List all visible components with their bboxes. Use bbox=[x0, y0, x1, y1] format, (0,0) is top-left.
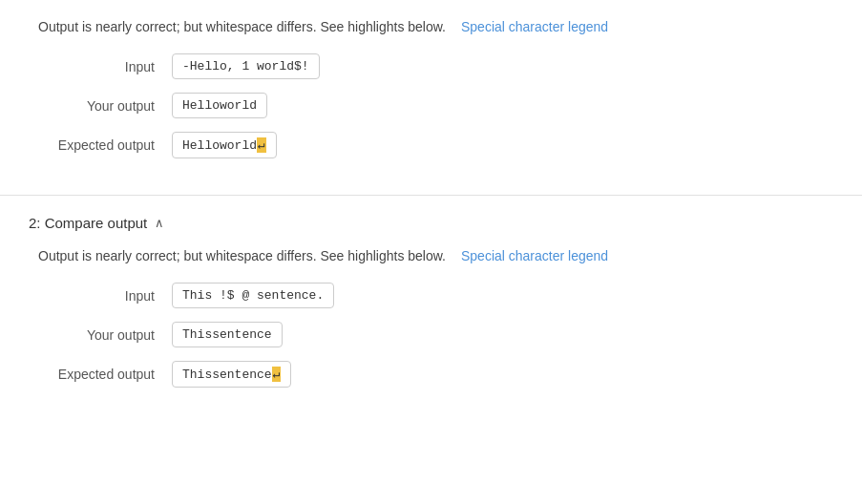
input-label-2: Input bbox=[38, 288, 172, 304]
expected-output-value-2: Thissentence↵ bbox=[172, 361, 291, 388]
expected-output-label-1: Expected output bbox=[38, 137, 172, 153]
section-title-2: 2: Compare output bbox=[29, 215, 147, 231]
page-container: Output is nearly correct; but whitespace… bbox=[0, 0, 862, 424]
highlight-char-2: ↵ bbox=[272, 367, 282, 382]
input-row-2: Input This !$ @ sentence. bbox=[38, 283, 833, 308]
input-value-1: -Hello, 1 world$! bbox=[172, 53, 320, 79]
input-value-2: This !$ @ sentence. bbox=[172, 283, 334, 308]
your-output-value-1: Helloworld bbox=[172, 93, 267, 118]
your-output-label-2: Your output bbox=[38, 327, 172, 343]
section-2: 2: Compare output ∧ Output is nearly cor… bbox=[0, 195, 862, 424]
status-text-1: Output is nearly correct; but whitespace… bbox=[38, 19, 446, 34]
your-output-label-1: Your output bbox=[38, 98, 172, 114]
expected-output-row-2: Expected output Thissentence↵ bbox=[38, 361, 833, 388]
your-output-row-1: Your output Helloworld bbox=[38, 93, 833, 118]
special-char-link-2[interactable]: Special character legend bbox=[461, 248, 608, 263]
expected-output-label-2: Expected output bbox=[38, 367, 172, 382]
input-row-1: Input -Hello, 1 world$! bbox=[38, 53, 833, 79]
your-output-value-2: Thissentence bbox=[172, 322, 283, 347]
status-line-1: Output is nearly correct; but whitespace… bbox=[38, 19, 833, 34]
expected-output-row-1: Expected output Helloworld↵ bbox=[38, 132, 833, 158]
section-1: Output is nearly correct; but whitespace… bbox=[0, 0, 862, 195]
section-header-2: 2: Compare output ∧ bbox=[29, 215, 833, 231]
status-text-2: Output is nearly correct; but whitespace… bbox=[38, 248, 446, 263]
input-label-1: Input bbox=[38, 59, 172, 74]
status-line-2: Output is nearly correct; but whitespace… bbox=[38, 248, 833, 263]
special-char-link-1[interactable]: Special character legend bbox=[461, 19, 608, 34]
your-output-row-2: Your output Thissentence bbox=[38, 322, 833, 347]
highlight-char-1: ↵ bbox=[257, 137, 266, 153]
expected-output-value-1: Helloworld↵ bbox=[172, 132, 277, 158]
chevron-icon-2[interactable]: ∧ bbox=[155, 216, 164, 230]
